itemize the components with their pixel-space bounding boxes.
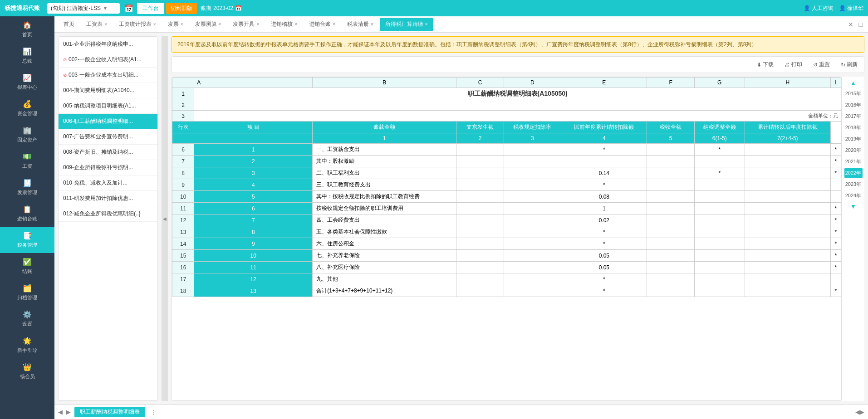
sidebar-item-invoice-mgmt[interactable]: 🧾发票管理 (0, 174, 54, 200)
year-button-2023年[interactable]: 2023年 (844, 179, 863, 190)
tab-minimize-button[interactable]: ✕ (846, 20, 855, 29)
cell-D[interactable] (504, 179, 561, 191)
tab-发票开具[interactable]: 发票开具× (227, 18, 265, 31)
cell-I[interactable]: * (830, 226, 841, 238)
tab-close-icon[interactable]: × (256, 22, 259, 27)
cell-F[interactable] (647, 238, 694, 250)
cell-F[interactable] (647, 144, 694, 156)
cell-C[interactable] (456, 285, 504, 297)
sidebar-item-home[interactable]: 🏠首页 (0, 16, 54, 43)
left-panel-item-003[interactable]: ⊘003-一般企业成本支出明细... (59, 68, 157, 83)
cell-I[interactable]: * (830, 167, 841, 179)
left-panel-item-008[interactable]: 008-资产折旧、摊销及纳税... (59, 145, 157, 160)
table-scroll[interactable]: A B C D E F G H I (172, 77, 841, 400)
cell-G[interactable] (694, 203, 745, 214)
sidebar-item-fixed-assets[interactable]: 🏢固定资产 (0, 122, 54, 148)
tab-工资表[interactable]: 工资表× (81, 18, 113, 31)
tab-close-icon[interactable]: × (425, 22, 428, 27)
left-panel-item-010[interactable]: 010-免税、减收入及加计... (59, 175, 157, 191)
tab-进销稽核[interactable]: 进销稽核× (265, 18, 303, 31)
tab-税表清册[interactable]: 税表清册× (342, 18, 379, 31)
cell-E[interactable] (561, 156, 647, 167)
cell-I[interactable]: * (830, 238, 841, 250)
cell-G[interactable] (694, 226, 745, 238)
cell-H[interactable] (745, 203, 830, 214)
cell-H[interactable] (745, 273, 830, 285)
cell-I[interactable] (830, 179, 841, 191)
cell-D[interactable] (504, 262, 561, 273)
cell-I[interactable]: * (830, 250, 841, 262)
cell-I[interactable]: * (830, 156, 841, 167)
tab-工资统计报表[interactable]: 工资统计报表× (113, 18, 162, 31)
cell-G[interactable] (694, 285, 745, 297)
cell-I[interactable]: * (830, 262, 841, 273)
cell-F[interactable] (647, 285, 694, 297)
cell-G[interactable]: * (694, 167, 745, 179)
cell-H[interactable] (745, 156, 830, 167)
tab-发票测算[interactable]: 发票测算× (190, 18, 227, 31)
cell-G[interactable] (694, 214, 745, 226)
cell-H[interactable] (745, 285, 830, 297)
cell-C[interactable] (456, 214, 504, 226)
cell-I[interactable]: * (830, 144, 841, 156)
tab-maximize-button[interactable]: □ (857, 20, 864, 29)
tab-发票[interactable]: 发票× (162, 18, 189, 31)
tab-进销台账[interactable]: 进销台账× (304, 18, 341, 31)
cell-F[interactable] (647, 179, 694, 191)
cell-E[interactable]: 0.02 (561, 214, 647, 226)
sidebar-item-close[interactable]: ✅结账 (0, 253, 54, 279)
year-button-2022年[interactable]: 2022年 (844, 168, 863, 178)
cell-E[interactable]: 0.14 (561, 167, 647, 179)
print-button[interactable]: 🖨 打印 (782, 59, 805, 70)
scroll-right-button[interactable]: ▶ (860, 409, 864, 415)
cell-G[interactable] (694, 273, 745, 285)
cell-H[interactable] (745, 144, 830, 156)
cell-F[interactable] (647, 191, 694, 203)
year-button-2020年[interactable]: 2020年 (844, 145, 863, 156)
cell-D[interactable] (504, 285, 561, 297)
calendar-icon[interactable]: 📅 (124, 4, 133, 13)
cell-F[interactable] (647, 214, 694, 226)
cell-E[interactable]: 1 (561, 203, 647, 214)
cell-F[interactable] (647, 226, 694, 238)
cell-D[interactable] (504, 167, 561, 179)
sidebar-item-vip[interactable]: 👑畅会员 (0, 358, 54, 385)
reset-button[interactable]: ↺ 重置 (810, 59, 833, 70)
cell-E[interactable]: 0.05 (561, 262, 647, 273)
cell-D[interactable] (504, 144, 561, 156)
cell-G[interactable] (694, 156, 745, 167)
cell-F[interactable] (647, 156, 694, 167)
cell-G[interactable] (694, 262, 745, 273)
collapse-button[interactable]: ◀ (162, 36, 168, 401)
cell-C[interactable] (456, 179, 504, 191)
cell-E[interactable]: 0.08 (561, 191, 647, 203)
cell-D[interactable] (504, 226, 561, 238)
cell-F[interactable] (647, 203, 694, 214)
cell-C[interactable] (456, 156, 504, 167)
tab-close-icon[interactable]: × (333, 22, 335, 27)
sidebar-item-tax-mgmt[interactable]: 📑税务管理 (0, 227, 54, 253)
cell-G[interactable]: * (694, 144, 745, 156)
sidebar-item-assets-mgmt[interactable]: 💰资金管理 (0, 95, 54, 122)
company-selector[interactable]: (勾划) 江西赣宝-LSS ▼ (47, 3, 120, 14)
tab-close-icon[interactable]: × (371, 22, 373, 27)
cell-G[interactable] (694, 250, 745, 262)
sidebar-item-report[interactable]: 📈报表中心 (0, 69, 54, 95)
cell-C[interactable] (456, 273, 504, 285)
tab-close-icon[interactable]: × (104, 22, 107, 27)
cell-C[interactable] (456, 167, 504, 179)
left-panel-item-002[interactable]: ⊘002-一般企业收入明细表(A1... (59, 52, 157, 68)
cell-E[interactable]: * (561, 144, 647, 156)
cell-E[interactable]: * (561, 179, 647, 191)
cell-I[interactable]: * (830, 203, 841, 214)
year-button-2024年[interactable]: 2024年 (844, 190, 863, 201)
sidebar-item-settings[interactable]: ⚙️设置 (0, 306, 54, 332)
year-button-2021年[interactable]: 2021年 (844, 156, 863, 167)
cell-I[interactable] (830, 191, 841, 203)
cell-H[interactable] (745, 179, 830, 191)
period-calendar-icon[interactable]: 📅 (235, 5, 242, 11)
sheet-next-button[interactable]: ▶ (66, 409, 71, 415)
cell-H[interactable] (745, 214, 830, 226)
scroll-left-button[interactable]: ◀ (855, 409, 860, 415)
cell-I[interactable] (830, 273, 841, 285)
